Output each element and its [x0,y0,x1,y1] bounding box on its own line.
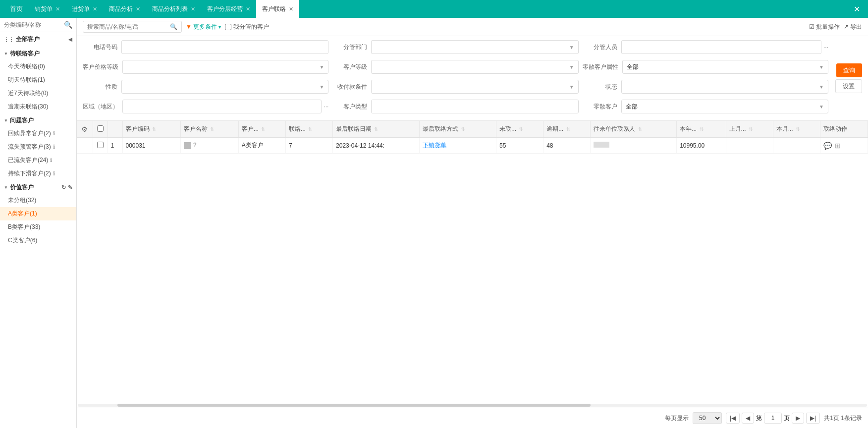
dept-select-arrow: ▼ [569,45,574,50]
filter-region-dots[interactable]: ··· [324,103,328,110]
sort-this-year-icon: ⇅ [700,126,704,132]
next-page-btn[interactable]: ▶ [792,413,804,424]
window-close-icon[interactable]: ✕ [850,4,864,14]
filter-dept-select[interactable]: ▼ [371,40,578,54]
sidebar-item-7days[interactable]: 近7天待联络(0) [0,87,76,100]
th-name[interactable]: 客户名称 ⇅ [180,121,238,138]
nav-tab-4[interactable]: 客户分层经营 ✕ [201,0,256,18]
td-last-date: 2023-04-12 14:44: [333,138,420,154]
all-customers-label: 全部客户 [16,35,40,44]
my-customers-check[interactable] [225,24,231,30]
nav-tab-3[interactable]: 商品分析列表 ✕ [146,0,201,18]
th-last-method[interactable]: 最后联络方式 ⇅ [420,121,496,138]
sidebar-search-input[interactable] [4,21,64,28]
sidebar-item-class-b[interactable]: B类客户(33) [0,220,76,234]
sidebar-item-abnormal[interactable]: 回购异常客户(2) ℹ [0,127,76,140]
close-tab-1-icon[interactable]: ✕ [93,6,97,12]
collapse-icon[interactable]: ◀ [68,37,72,42]
first-page-btn[interactable]: |◀ [726,413,740,424]
filter-status-select[interactable]: ▼ [621,80,828,94]
sort-unit-contact-icon: ⇅ [638,126,642,132]
th-gear[interactable]: ⚙ [77,121,93,138]
select-all-checkbox[interactable] [97,125,104,132]
th-unit-contact[interactable]: 往来单位联系人 ⇅ [591,121,677,138]
filter-phone-label: 电话号码 [83,43,117,52]
th-last-month[interactable]: 上月... ⇅ [726,121,773,138]
search-icon[interactable]: 🔍 [170,23,177,30]
group-problem-customers[interactable]: ▼ 问题客户 [0,113,76,127]
th-last-date[interactable]: 最后联络日期 ⇅ [333,121,420,138]
sidebar-item-lost[interactable]: 已流失客户(24) ℹ [0,154,76,167]
batch-op-btn[interactable]: ☑ 批量操作 [809,23,840,31]
nav-tab-2[interactable]: 商品分析 ✕ [103,0,146,18]
pagination: 每页显示 50 100 200 |◀ ◀ 第 页 ▶ ▶| 共1页 1条记录 [77,408,868,428]
all-customers-header[interactable]: ⋮⋮ 全部客户 ◀ [0,32,76,47]
filter-nature-select[interactable]: ▼ [121,80,328,94]
th-overdue[interactable]: 逾期... ⇅ [543,121,591,138]
per-page-select[interactable]: 50 100 200 [693,412,722,424]
sidebar-item-today[interactable]: 今天待联络(0) [0,60,76,73]
sidebar-item-declining[interactable]: 持续下滑客户(2) ℹ [0,167,76,180]
sidebar-item-overdue[interactable]: 逾期未联络(30) [0,100,76,113]
prev-page-btn[interactable]: ◀ [742,413,754,424]
edit-icon[interactable]: ✎ [68,184,72,191]
td-last-method[interactable]: 下销货单 [420,138,496,154]
filter-status: 状态 ▼ [583,80,828,94]
th-not-contacted[interactable]: 未联... ⇅ [496,121,543,138]
th-contact[interactable]: 联络... ⇅ [285,121,332,138]
sidebar-item-lost-warning[interactable]: 流失预警客户(3) ℹ [0,140,76,154]
sort-contact-icon: ⇅ [308,126,312,132]
filter-cust-grade-select[interactable]: ▼ [371,60,578,74]
settings-button[interactable]: 设置 [835,79,862,93]
group-value-label: 价值客户 [10,183,34,192]
filter-cust-type-label: 客户类型 [332,103,367,111]
nav-tab-1[interactable]: 进货单 ✕ [66,0,103,18]
comment-action-icon[interactable]: 💬 [823,142,832,150]
filter-retail-attr-select[interactable]: 全部 ▼ [622,60,828,74]
my-customers-checkbox[interactable]: 我分管的客户 [225,23,269,31]
sidebar-item-ungroup[interactable]: 未分组(32) [0,194,76,207]
group-pending-contact[interactable]: ▼ 待联络客户 [0,47,76,60]
sidebar-item-class-a[interactable]: A类客户(1) [0,207,76,220]
th-code[interactable]: 客户编码 ⇅ [122,121,180,138]
last-page-btn[interactable]: ▶| [806,413,820,424]
more-filters-btn[interactable]: ▼ 更多条件 ▾ [186,23,221,31]
filter-person-dots[interactable]: ··· [823,44,828,51]
refresh-icon[interactable]: ↻ [61,184,66,191]
query-button[interactable]: 查询 [836,63,862,77]
close-tab-0-icon[interactable]: ✕ [55,6,60,12]
nav-tab-5[interactable]: 客户联络 ✕ [256,0,299,18]
search-input[interactable] [87,23,170,30]
filter-retail-attr-label: 零散客户属性 [583,63,618,71]
close-tab-4-icon[interactable]: ✕ [246,6,250,12]
filter-price-grade-select[interactable]: ▼ [122,60,328,74]
horizontal-scrollbar[interactable] [77,402,868,408]
sort-grade-icon: ⇅ [261,126,265,132]
nav-home[interactable]: 首页 [4,0,29,18]
filter-cust-type-input[interactable] [371,100,578,113]
filter-person-input[interactable] [621,40,821,54]
th-this-month[interactable]: 本月... ⇅ [773,121,820,138]
gear-icon[interactable]: ⚙ [81,125,88,133]
nav-tab-0[interactable]: 销货单 ✕ [29,0,66,18]
close-tab-2-icon[interactable]: ✕ [136,6,140,12]
scrollbar-thumb[interactable] [117,404,591,407]
sidebar-item-tomorrow[interactable]: 明天待联络(1) [0,73,76,87]
th-grade[interactable]: 客户... ⇅ [238,121,285,138]
last-method-link[interactable]: 下销货单 [423,142,446,149]
filter-region-input[interactable] [122,100,322,113]
page-input[interactable] [764,413,782,424]
close-tab-3-icon[interactable]: ✕ [191,6,195,12]
group-value-customers[interactable]: ▼ 价值客户 ↻ ✎ [0,180,76,194]
close-tab-5-icon[interactable]: ✕ [289,6,293,12]
group-problem-label: 问题客户 [10,116,34,125]
sidebar-item-class-c[interactable]: C类客户(6) [0,234,76,247]
filter-retail-select[interactable]: 全部 ▼ [621,100,828,113]
export-btn[interactable]: ↗ 导出 [844,23,862,31]
row-checkbox[interactable] [97,142,104,148]
filter-phone-input[interactable] [121,40,328,54]
sidebar-search-icon[interactable]: 🔍 [64,21,72,29]
filter-payment-select[interactable]: ▼ [371,80,578,94]
th-this-year[interactable]: 本年... ⇅ [677,121,726,138]
qr-action-icon[interactable]: ⊞ [835,142,841,150]
